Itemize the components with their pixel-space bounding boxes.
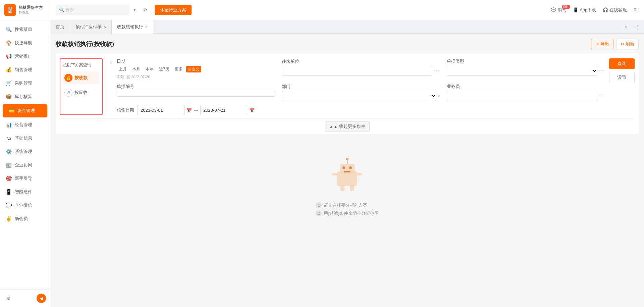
hardware-icon: 📱: [5, 189, 12, 195]
filter-collapse-icon[interactable]: 《: [107, 58, 113, 115]
sidebar-item-enterprise[interactable]: 🏢 企业协同: [0, 158, 50, 172]
dept-chevron-icon[interactable]: ▾: [438, 94, 440, 99]
sidebar-item-quick-nav[interactable]: 🏠 快捷导航: [0, 36, 50, 50]
doc-no-input[interactable]: [117, 91, 275, 97]
finance-icon: 💳: [8, 107, 15, 114]
sidebar-item-basic[interactable]: 🗂 基础信息: [0, 132, 50, 145]
tab-home[interactable]: 首页: [50, 20, 70, 34]
marketing-icon: 📢: [5, 53, 12, 60]
doc-type-select[interactable]: [447, 66, 597, 76]
settings-button[interactable]: 设置: [609, 72, 635, 83]
service-icon: 🎧: [603, 7, 608, 12]
filter-scheme-title: 按以下方案查询: [63, 62, 99, 68]
tab-receipt-writeoff[interactable]: 收款核销执行 ×: [112, 20, 153, 34]
empty-state-illustration: [327, 154, 367, 196]
topbar-caret-icon[interactable]: ▾: [133, 7, 136, 12]
dept-select[interactable]: [282, 91, 436, 101]
tab-receipt-writeoff-close-icon[interactable]: ×: [145, 24, 148, 29]
export-button[interactable]: ↗ 导出: [591, 39, 613, 49]
empty-tip-1: 1 请先选择要分析的方案: [316, 202, 378, 208]
refresh-button[interactable]: ↻ 刷新: [616, 39, 639, 49]
tabbar-window-actions: ✕ ⤢: [621, 22, 644, 32]
date-chip-more[interactable]: 更多: [173, 66, 185, 73]
filter-option-by-receipt[interactable]: 💰 按收款: [63, 71, 99, 84]
app-icon: 📱: [573, 7, 578, 12]
tab-prepay[interactable]: 预付冲应付单 ×: [70, 20, 112, 34]
date-chip-7days[interactable]: 近7天: [157, 66, 171, 73]
window-close-icon[interactable]: ✕: [621, 22, 631, 32]
collapse-more-button[interactable]: ▲▲ 收起更多条件: [325, 121, 370, 132]
by-receipt-icon: 💰: [64, 74, 72, 82]
sidebar-item-marketing[interactable]: 📢 营销推广: [0, 50, 50, 63]
writeoff-date-end-calendar-icon[interactable]: 📅: [249, 108, 255, 113]
partner-input[interactable]: [282, 66, 432, 76]
writeoff-date-end-input[interactable]: [200, 105, 247, 115]
message-icon: 💬: [551, 7, 556, 12]
date-chip-this-year[interactable]: 本年: [144, 66, 156, 73]
sidebar-label-guide: 新手引导: [15, 175, 32, 182]
service-label: 在线客服: [609, 7, 627, 13]
doc-type-more-icon[interactable]: ···: [599, 68, 605, 74]
sidebar-item-purchase[interactable]: 🛒 采购管理: [0, 76, 50, 90]
dept-field-group: 部门 ▾: [282, 84, 440, 101]
tab-prepay-close-icon[interactable]: ×: [104, 24, 106, 29]
sidebar-label-marketing: 营销推广: [15, 53, 32, 59]
main-area: 🔍 搜索 ▾ ⚙ 体验行业方案 💬 消息 99+ 📱 App下载 🎧 在线客服 …: [50, 0, 644, 307]
dept-field-row: ▾: [282, 91, 440, 101]
user-info[interactable]: Rit: [634, 8, 639, 12]
online-service-button[interactable]: 🎧 在线客服: [603, 7, 627, 13]
message-button[interactable]: 💬 消息 99+: [551, 7, 566, 13]
by-receipt-label: 按收款: [74, 75, 88, 81]
logo-text: 畅捷通好生意 标准版: [19, 5, 43, 15]
date-label: 日期: [117, 58, 275, 64]
doc-no-field-group: 单据编号: [117, 84, 275, 97]
search-menu-icon: 🔍: [5, 26, 12, 33]
app-download-button[interactable]: 📱 App下载: [573, 7, 596, 13]
date-chip-last-month[interactable]: 上月: [117, 66, 129, 73]
window-expand-icon[interactable]: ⤢: [632, 22, 641, 32]
username-label: Rit: [634, 8, 639, 12]
sidebar-item-operation[interactable]: 📊 经营管理: [0, 118, 50, 132]
robot-icon: [327, 154, 367, 195]
sidebar-item-member[interactable]: ✌️ 畅会员: [0, 212, 50, 225]
sidebar-item-guide[interactable]: 🎯 新手引导: [0, 172, 50, 185]
topbar-search-box[interactable]: 🔍 搜索: [56, 5, 129, 15]
sidebar-item-search-menu[interactable]: 🔍 搜索菜单: [0, 23, 50, 36]
staff-input[interactable]: [447, 91, 597, 101]
partner-more-icon[interactable]: ···: [434, 68, 440, 74]
writeoff-date-label: 核销日期: [117, 107, 134, 113]
member-icon: ✌️: [5, 215, 12, 222]
staff-label: 业务员: [447, 84, 605, 90]
sidebar-settings-icon[interactable]: ⚙: [4, 294, 13, 303]
date-chip-this-month[interactable]: 本月: [130, 66, 142, 73]
sidebar-item-sales[interactable]: 💰 销售管理: [0, 63, 50, 76]
empty-tips-list: 1 请先选择要分析的方案 2 用[过滤]条件来缩小分析范围: [316, 202, 378, 218]
page-title: 收款核销执行(按收款): [56, 40, 114, 48]
filter-option-by-receivable[interactable]: ⏱ 按应收: [63, 86, 99, 99]
solution-button[interactable]: 体验行业方案: [155, 5, 192, 15]
sidebar-collapse-button[interactable]: ◀: [37, 294, 46, 303]
page-action-buttons: ↗ 导出 ↻ 刷新: [591, 39, 639, 49]
sidebar-label-sales: 销售管理: [15, 67, 32, 73]
sidebar-item-hardware[interactable]: 📱 智能硬件: [0, 185, 50, 199]
filter-form: 日期 上月 本月 本年 近7天 更多 自定义 不限 至: [117, 58, 605, 115]
writeoff-date-start-input[interactable]: [138, 105, 184, 115]
doc-type-field-group: 单据类型 ···: [447, 58, 605, 76]
topbar: 🔍 搜索 ▾ ⚙ 体验行业方案 💬 消息 99+ 📱 App下载 🎧 在线客服 …: [50, 0, 644, 20]
partner-field-row: ···: [282, 66, 440, 76]
logo-icon: 🐰: [4, 4, 16, 16]
tabbar: 首页 预付冲应付单 × 收款核销执行 × ✕ ⤢: [50, 20, 644, 34]
topbar-gear-icon[interactable]: ⚙: [140, 5, 151, 15]
sidebar-item-system[interactable]: ⚙️ 系统管理: [0, 145, 50, 158]
sidebar-item-finance[interactable]: 💳 资金管理: [3, 104, 47, 117]
filter-row-3: 核销日期 📅 — 📅: [117, 105, 605, 115]
sidebar-item-inventory[interactable]: 📦 库存核算: [0, 90, 50, 103]
sidebar-label-finance: 资金管理: [17, 108, 35, 114]
query-button[interactable]: 查询: [609, 58, 635, 69]
inventory-icon: 📦: [5, 93, 12, 100]
staff-more-icon[interactable]: ···: [599, 93, 605, 99]
writeoff-date-start-calendar-icon[interactable]: 📅: [186, 108, 192, 113]
sidebar-item-wechat[interactable]: 💬 企业微信: [0, 199, 50, 212]
purchase-icon: 🛒: [5, 80, 12, 87]
date-chip-custom[interactable]: 自定义: [186, 66, 201, 72]
